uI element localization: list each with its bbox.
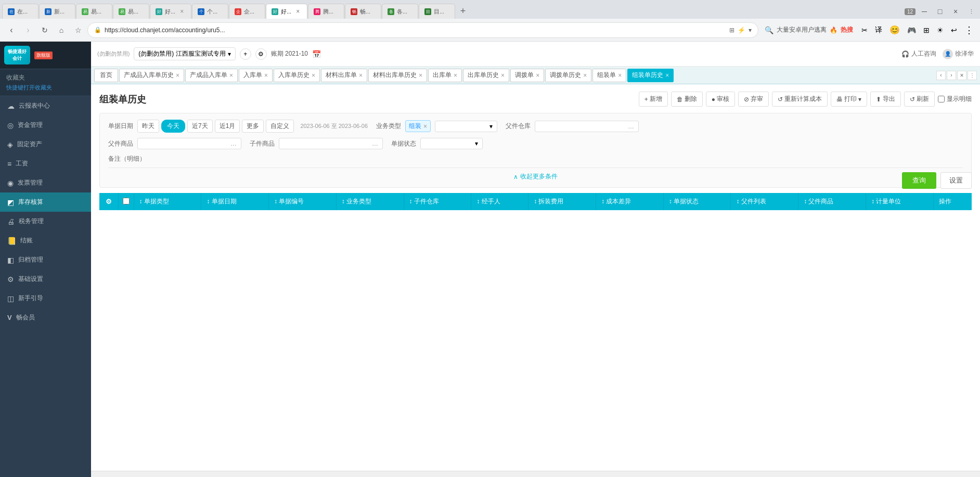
out-history-close[interactable]: ×: [501, 72, 505, 79]
browser-tab-11[interactable]: 各 各...: [382, 4, 418, 19]
scissors-btn[interactable]: ✂: [859, 24, 870, 36]
browser-tab-7[interactable]: 企 企...: [229, 4, 265, 19]
transfer-history-close[interactable]: ×: [583, 72, 587, 79]
assembly-history-close[interactable]: ×: [665, 72, 669, 79]
today-btn[interactable]: 今天: [161, 120, 185, 133]
table-settings-icon[interactable]: ⚙: [106, 198, 112, 205]
add-company-btn[interactable]: +: [240, 48, 251, 60]
forward-button[interactable]: ›: [21, 23, 35, 37]
emoji-btn[interactable]: 😊: [887, 23, 902, 37]
material-out-history-close[interactable]: ×: [419, 72, 422, 79]
home-button[interactable]: ⌂: [54, 23, 69, 37]
nav-tab-in-history[interactable]: 入库单历史 ×: [274, 69, 320, 82]
col-cost-diff[interactable]: ↕ 成本差异: [596, 193, 663, 210]
transfer-close[interactable]: ×: [536, 72, 539, 79]
bookmark-button[interactable]: ☆: [71, 23, 85, 37]
checkbox-col-header[interactable]: [118, 193, 134, 210]
col-order-date[interactable]: ↕ 单据日期: [201, 193, 269, 210]
nav-tab-out-history[interactable]: 出库单历史 ×: [463, 69, 509, 82]
custom-date-btn[interactable]: 自定义: [266, 120, 294, 133]
back-button[interactable]: ‹: [4, 23, 19, 37]
col-order-no[interactable]: ↕ 单据编号: [269, 193, 337, 210]
print-btn[interactable]: 🖶 打印 ▾: [831, 92, 867, 107]
production-in-close[interactable]: ×: [229, 72, 233, 79]
nav-tab-production-in-history[interactable]: 产成品入库单历史 ×: [119, 69, 184, 82]
production-in-history-close[interactable]: ×: [176, 72, 179, 79]
more-options-btn[interactable]: ⋮: [964, 6, 978, 17]
nav-tab-production-in[interactable]: 产成品入库单 ×: [185, 69, 238, 82]
audit-btn[interactable]: ● 审核: [706, 92, 735, 107]
parent-warehouse-input[interactable]: …: [535, 121, 639, 132]
col-order-type[interactable]: ↕ 单据类型: [134, 193, 201, 210]
sidebar-item-fixed-assets[interactable]: ◈ 固定资产: [0, 135, 91, 154]
query-btn[interactable]: 查询: [902, 172, 936, 189]
nav-tab-assembly[interactable]: 组装单 ×: [592, 69, 626, 82]
nav-tab-home[interactable]: 首页: [94, 69, 118, 82]
col-child-warehouse[interactable]: ↕ 子件仓库: [404, 193, 471, 210]
biz-type-select[interactable]: ▾: [435, 121, 497, 132]
browser-tab-3[interactable]: 易 易...: [76, 4, 112, 19]
more-date-btn[interactable]: 更多: [242, 120, 264, 133]
sidebar-item-inventory[interactable]: ◩ 库存核算: [0, 192, 91, 212]
tab-next-btn[interactable]: ›: [947, 71, 956, 80]
recalculate-btn[interactable]: ↺ 重新计算成本: [772, 92, 828, 107]
sidebar-item-invoice-mgmt[interactable]: ◉ 发票管理: [0, 173, 91, 192]
assembly-close[interactable]: ×: [618, 72, 622, 79]
sidebar-item-fund-mgmt[interactable]: ◎ 资金管理: [0, 115, 91, 135]
last-month-btn[interactable]: 近1月: [215, 120, 240, 133]
col-parent-list[interactable]: ↕ 父件列表: [731, 193, 798, 210]
tab-more-btn[interactable]: ⋮: [968, 71, 977, 80]
sidebar-item-tax-mgmt[interactable]: 🖨 税务管理: [0, 212, 91, 231]
nav-tab-out-order[interactable]: 出库单 ×: [428, 69, 462, 82]
col-handler[interactable]: ↕ 经手人: [471, 193, 528, 210]
translate-btn[interactable]: 译: [873, 23, 884, 37]
nav-tab-material-out-history[interactable]: 材料出库单历史 ×: [368, 69, 427, 82]
child-goods-input[interactable]: …: [279, 138, 383, 149]
qr-icon[interactable]: ⊞: [729, 27, 734, 34]
sidebar-item-member[interactable]: V 畅会员: [0, 308, 91, 327]
col-parent-goods[interactable]: ↕ 父件商品: [798, 193, 866, 210]
select-all-checkbox[interactable]: [123, 198, 130, 204]
last7-btn[interactable]: 近7天: [187, 120, 213, 133]
col-unit[interactable]: ↕ 计量单位: [866, 193, 933, 210]
biz-tag-remove[interactable]: ×: [423, 123, 427, 130]
browser-tab-9[interactable]: 腾 腾...: [308, 4, 344, 19]
browser-tab-10[interactable]: 畅 畅...: [345, 4, 381, 19]
reload-button[interactable]: ↻: [37, 23, 52, 37]
calendar-icon[interactable]: 📅: [312, 50, 321, 58]
horizontal-scrollbar[interactable]: [91, 471, 980, 477]
col-order-status[interactable]: ↕ 单据状态: [663, 193, 731, 210]
nav-tab-assembly-history-active[interactable]: 组装单历史 ×: [627, 69, 674, 82]
in-history-close[interactable]: ×: [312, 72, 315, 79]
tab-close-8[interactable]: ×: [296, 8, 300, 15]
nav-tab-material-out[interactable]: 材料出库单 ×: [321, 69, 367, 82]
favorite-link[interactable]: 快捷键打开收藏夹: [6, 84, 85, 92]
sun-btn[interactable]: ☀: [935, 24, 946, 36]
browser-tab-12[interactable]: 目 目...: [419, 4, 455, 19]
sidebar-item-cloud-report[interactable]: ☁ 云报表中心: [0, 96, 91, 115]
close-window-btn[interactable]: ×: [949, 6, 962, 17]
sidebar-item-payroll[interactable]: ≡ 工资: [0, 154, 91, 173]
add-btn[interactable]: + 新增: [639, 92, 668, 107]
browser-tab-2[interactable]: 新 新...: [39, 4, 75, 19]
nav-tab-in-order[interactable]: 入库单 ×: [239, 69, 273, 82]
settings-company-btn[interactable]: ⚙: [255, 48, 267, 60]
col-disassembly-cost[interactable]: ↕ 拆装费用: [528, 193, 596, 210]
undo-btn[interactable]: ↩: [949, 24, 959, 36]
game-btn[interactable]: 🎮: [905, 24, 918, 36]
filter-settings-btn[interactable]: 设置: [940, 172, 972, 189]
browser-tab-4[interactable]: 易 易...: [113, 4, 149, 19]
material-out-close[interactable]: ×: [359, 72, 363, 79]
user-info-area[interactable]: 👤 徐泽华: [943, 49, 974, 59]
export-btn[interactable]: ⬆ 导出: [870, 92, 901, 107]
out-order-close[interactable]: ×: [454, 72, 457, 79]
tab-close-5[interactable]: ×: [180, 8, 184, 15]
maximize-window-btn[interactable]: □: [933, 6, 947, 17]
tab-prev-btn[interactable]: ‹: [936, 71, 946, 80]
delete-btn[interactable]: 🗑 删除: [671, 92, 703, 107]
parent-goods-input[interactable]: …: [137, 138, 241, 149]
lightning-icon[interactable]: ⚡: [738, 27, 745, 34]
in-order-close[interactable]: ×: [264, 72, 268, 79]
settings-col-header[interactable]: ⚙: [99, 193, 118, 210]
menu-btn[interactable]: ⋮: [962, 22, 976, 38]
